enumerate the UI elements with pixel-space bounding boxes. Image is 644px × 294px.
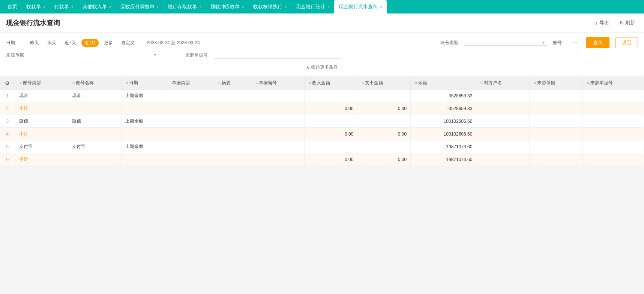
cell-expense <box>357 90 411 102</box>
export-button[interactable]: ↑ 导出 <box>593 18 612 28</box>
collapse-up-icon: ∧ <box>306 65 309 70</box>
col-counterpart: ⇅对方户名 <box>476 77 530 90</box>
cell-expense: 0.00 <box>357 102 411 115</box>
cell-doc-no <box>251 140 305 153</box>
source-doc-select[interactable]: ▾ <box>31 52 158 58</box>
cell-source-doc-no <box>582 128 644 140</box>
cell-type: 微信 <box>15 115 68 128</box>
date-more[interactable]: 更多 <box>101 39 116 47</box>
cell-source-doc-no <box>582 90 644 102</box>
cell-date: 上期余额 <box>121 115 168 128</box>
date-7days[interactable]: 近7天 <box>62 39 79 47</box>
close-icon[interactable]: × <box>199 5 201 9</box>
cell-source-doc <box>530 153 583 166</box>
collapse-bar[interactable]: ∧ 收起更多条件 <box>6 62 638 72</box>
cell-counterpart <box>476 115 530 128</box>
cell-income: 0.00 <box>304 128 357 140</box>
cell-expense: 0.00 <box>357 153 411 166</box>
nav-receipt[interactable]: 收款单 × <box>22 0 50 13</box>
date-range: 2023-02-24 至 2023-03-24 <box>147 40 200 46</box>
cell-name <box>68 102 122 115</box>
row-number: 1 <box>0 90 15 102</box>
cell-doc-no <box>251 153 305 166</box>
cell-counterpart <box>476 140 530 153</box>
cell-type: 小计 <box>15 102 68 115</box>
chevron-down-icon: ▾ <box>154 53 156 57</box>
cell-source-doc-no <box>582 115 644 128</box>
cell-date: 上期余额 <box>121 140 168 153</box>
close-icon[interactable]: × <box>285 5 287 9</box>
close-icon[interactable]: × <box>242 5 244 9</box>
col-expense: ⇅支出金额 <box>357 77 411 90</box>
col-summary: ⇅摘要 <box>214 77 251 90</box>
refresh-button[interactable]: ↻ 刷新 <box>617 18 638 28</box>
table-row: 6小计0.000.0019871073.60 <box>0 153 644 166</box>
table-row: 5支付宝支付宝上期余额19871073.60 <box>0 140 644 153</box>
cell-doc-type <box>168 128 214 140</box>
cell-income: 0.00 <box>304 153 357 166</box>
date-custom[interactable]: 自定义 <box>118 39 138 47</box>
cell-doc-type <box>168 115 214 128</box>
cell-doc-type <box>168 140 214 153</box>
nav-cash-flow[interactable]: 现金银行流水查询 × <box>334 0 387 13</box>
nav-collection[interactable]: 收款核销执行 × <box>249 0 291 13</box>
gear-icon[interactable]: ⚙ <box>5 80 10 86</box>
date-yesterday[interactable]: 昨天 <box>27 39 42 47</box>
account-dots[interactable]: ··· <box>569 39 580 46</box>
col-doc-no: ⇅单据编号 <box>251 77 305 90</box>
close-icon[interactable]: × <box>157 5 159 9</box>
cell-type: 小计 <box>15 128 68 140</box>
account-type-select[interactable]: ▾ <box>464 40 547 46</box>
cell-income <box>304 140 357 153</box>
nav-bank-deposit[interactable]: 银行存取款单 × <box>163 0 206 13</box>
cell-name <box>68 153 122 166</box>
cell-expense <box>357 115 411 128</box>
close-icon[interactable]: × <box>109 5 111 9</box>
nav-other-income[interactable]: 其他收入单 × <box>78 0 116 13</box>
cell-doc-type <box>168 102 214 115</box>
cell-balance: 19871073.60 <box>411 140 476 153</box>
cell-source-doc-no <box>582 153 644 166</box>
cell-date <box>121 153 168 166</box>
cell-balance: 100102606.60 <box>411 128 476 140</box>
cell-balance: 19871073.60 <box>411 153 476 166</box>
nav-cash-stats[interactable]: 现金银行统计 × <box>291 0 334 13</box>
date-today[interactable]: 今天 <box>44 39 59 47</box>
filter-row-2: 来源单据 ▾ 来源单据号 <box>6 51 638 59</box>
nav-ar-ap[interactable]: 应收应付调整单 × <box>116 0 164 13</box>
col-balance: ⇅余额 <box>411 77 476 90</box>
cell-source-doc <box>530 115 583 128</box>
page-header: 现金银行流水查询 ↑ 导出 ↻ 刷新 <box>0 13 644 33</box>
cell-type: 支付宝 <box>15 140 68 153</box>
cell-doc-no <box>251 115 305 128</box>
row-number: 5 <box>0 140 15 153</box>
account-label: 账号 <box>553 40 563 46</box>
cell-date: 上期余额 <box>121 90 168 102</box>
source-doc-no-input[interactable] <box>214 51 341 59</box>
nav-payment[interactable]: 付款单 × <box>50 0 78 13</box>
nav-prepay[interactable]: 预收冲应收单 × <box>206 0 249 13</box>
table-body: 1现金现金上期余额-3528659.332小计0.000.00-3528659.… <box>0 90 644 166</box>
close-icon[interactable]: × <box>43 5 45 9</box>
close-icon[interactable]: × <box>327 5 330 9</box>
close-icon[interactable]: × <box>380 5 382 9</box>
cell-name: 微信 <box>68 115 122 128</box>
close-icon[interactable]: × <box>71 5 74 9</box>
table-row: 3微信微信上期余额100102606.60 <box>0 115 644 128</box>
col-date: ⇅日期 <box>121 77 168 90</box>
col-source-doc-no: ⇅来源单据号 <box>582 77 644 90</box>
table-row: 1现金现金上期余额-3528659.33 <box>0 90 644 102</box>
nav-home[interactable]: 首页 <box>3 0 22 13</box>
date-1month[interactable]: 近1月 <box>81 39 99 47</box>
cell-summary <box>214 115 251 128</box>
cell-summary <box>214 140 251 153</box>
query-button[interactable]: 查询 <box>586 37 609 48</box>
cell-doc-type <box>168 153 214 166</box>
cell-doc-no <box>251 90 305 102</box>
source-doc-label: 来源单据 <box>6 52 25 58</box>
cell-counterpart <box>476 153 530 166</box>
col-income: ⇅收入金额 <box>304 77 357 90</box>
cell-income <box>304 90 357 102</box>
settings-button[interactable]: 设置 <box>615 37 638 48</box>
cell-counterpart <box>476 128 530 140</box>
